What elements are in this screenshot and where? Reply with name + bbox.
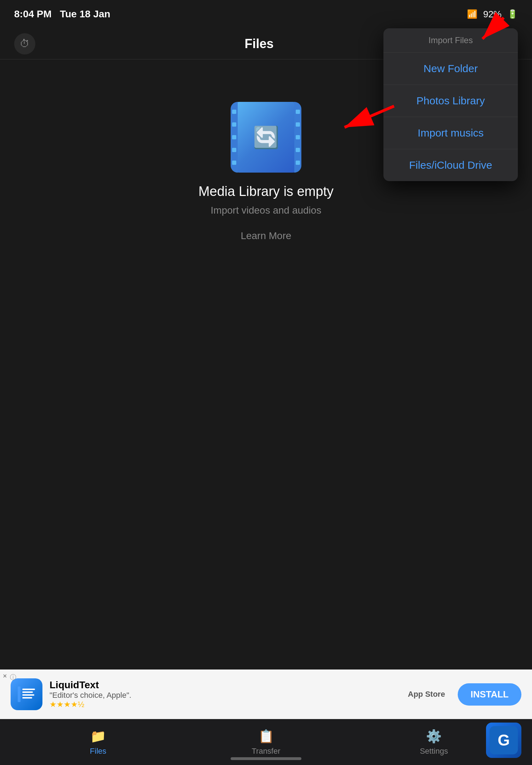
film-hole <box>232 135 236 139</box>
settings-tab-icon: ⚙️ <box>426 729 442 744</box>
tab-settings-label: Settings <box>420 747 448 756</box>
dropdown-item-import-musics[interactable]: Import musics <box>383 117 518 149</box>
page-title: Files <box>244 36 273 51</box>
arrow-to-plus <box>440 11 511 53</box>
status-date: Tue 18 Jan <box>60 8 110 19</box>
film-hole <box>296 122 300 127</box>
svg-rect-8 <box>22 694 34 696</box>
tab-files[interactable]: 📁 Files <box>14 729 182 756</box>
status-time: 8:04 PM <box>14 8 52 19</box>
ad-banner: × ⓘ LiquidText "Editor's choice, Apple".… <box>0 670 532 719</box>
ad-info-icon[interactable]: ⓘ <box>10 673 16 682</box>
film-hole <box>296 110 300 114</box>
svg-line-1 <box>482 18 504 39</box>
ad-app-tagline: "Editor's choice, Apple". <box>50 691 401 700</box>
tab-transfer-label: Transfer <box>251 747 280 756</box>
film-hole <box>296 148 300 152</box>
empty-state-subtitle: Import videos and audios <box>211 205 322 216</box>
svg-rect-5 <box>18 686 21 702</box>
ad-store-name: App Store <box>408 690 445 699</box>
film-hole <box>296 161 300 165</box>
film-hole <box>232 161 236 165</box>
svg-rect-7 <box>22 691 33 693</box>
film-strip-left <box>231 102 238 173</box>
dropdown-item-files-icloud[interactable]: Files/iCloud Drive <box>383 149 518 181</box>
learn-more-link[interactable]: Learn More <box>241 230 291 242</box>
liquidtext-icon-svg <box>16 684 37 705</box>
svg-line-3 <box>345 106 394 127</box>
ad-app-icon <box>11 678 42 710</box>
ad-app-name: LiquidText <box>50 679 401 691</box>
back-button[interactable]: ⏱ <box>14 33 35 54</box>
files-tab-icon: 📁 <box>90 729 106 744</box>
install-button[interactable]: INSTALL <box>458 683 521 706</box>
film-hole <box>232 122 236 127</box>
media-arrows-icon: 🔄 <box>253 125 279 150</box>
film-strip-right <box>294 102 301 173</box>
svg-rect-6 <box>22 689 35 690</box>
dropdown-item-photos-library[interactable]: Photos Library <box>383 85 518 117</box>
ad-close-button[interactable]: × <box>3 672 7 680</box>
status-time-date: 8:04 PM Tue 18 Jan <box>14 8 110 20</box>
ad-stars: ★★★★½ <box>50 700 401 709</box>
tab-transfer[interactable]: 📋 Transfer <box>182 729 350 756</box>
empty-state-title: Media Library is empty <box>198 184 334 199</box>
home-indicator <box>231 757 301 760</box>
ad-text-section: LiquidText "Editor's choice, Apple". ★★★… <box>50 679 401 709</box>
tab-files-label: Files <box>90 747 106 756</box>
brand-logo-svg: G <box>490 726 518 754</box>
svg-rect-9 <box>22 697 32 699</box>
film-hole <box>232 148 236 152</box>
back-icon: ⏱ <box>20 38 30 50</box>
svg-text:G: G <box>498 731 510 749</box>
dropdown-item-new-folder[interactable]: New Folder <box>383 53 518 85</box>
media-library-icon: 🔄 <box>231 102 301 173</box>
film-hole <box>296 135 300 139</box>
transfer-tab-icon: 📋 <box>258 729 274 744</box>
brand-logo: G <box>486 723 521 758</box>
arrow-to-photos <box>323 99 401 141</box>
film-hole <box>232 110 236 114</box>
ad-store-section: App Store <box>408 690 445 699</box>
